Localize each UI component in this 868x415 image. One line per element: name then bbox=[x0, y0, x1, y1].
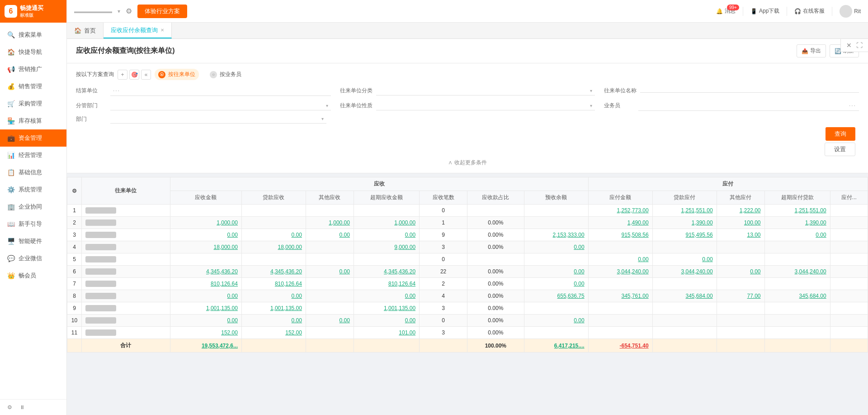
app-download-button[interactable]: 📱 App下载 bbox=[750, 7, 779, 15]
row-ar-count[interactable]: 2 bbox=[420, 278, 467, 290]
row-ap-overdue[interactable]: 1,390.00 bbox=[764, 217, 830, 229]
collapse-scheme-button[interactable]: « bbox=[141, 70, 151, 80]
row-ar-amount[interactable]: 0.00 bbox=[170, 315, 241, 327]
message-button[interactable]: 🔔 消息 99+ bbox=[716, 7, 736, 15]
row-ar-ratio[interactable]: 0.00% bbox=[467, 327, 524, 339]
row-ar-amount[interactable]: 0.00 bbox=[170, 290, 241, 302]
row-ar-count[interactable]: 9 bbox=[420, 229, 467, 241]
row-prepay[interactable]: 0.00 bbox=[524, 266, 588, 278]
row-prepay[interactable]: 2,153,333.00 bbox=[524, 229, 588, 241]
row-ar-overdue[interactable]: 9,000.00 bbox=[354, 241, 419, 253]
collapse-link[interactable]: ⏸ bbox=[19, 404, 25, 410]
row-ar-count[interactable]: 22 bbox=[420, 266, 467, 278]
row-ar-count[interactable]: 3 bbox=[420, 241, 467, 253]
row-ap-amount[interactable]: 3,044,240.00 bbox=[588, 266, 652, 278]
row-ar-other[interactable]: 1,000.00 bbox=[306, 217, 354, 229]
tab-close-icon[interactable]: ✕ bbox=[160, 28, 164, 33]
row-ap-amount[interactable]: 0.00 bbox=[588, 253, 652, 266]
row-ar-count[interactable]: 3 bbox=[420, 302, 467, 315]
maximize-window-button[interactable]: ⛶ bbox=[854, 41, 864, 50]
row-ap-overdue[interactable]: 0.00 bbox=[764, 229, 830, 241]
row-prepay[interactable]: 0.00 bbox=[524, 241, 588, 253]
sidebar-item-enterprise[interactable]: 🏢 企业协同 bbox=[0, 198, 66, 215]
table-settings-icon[interactable]: ⚙ bbox=[72, 188, 77, 194]
sidebar-item-inventory[interactable]: 🏪 库存核算 bbox=[0, 112, 66, 129]
sidebar-item-purchase[interactable]: 🛒 采购管理 bbox=[0, 95, 66, 112]
row-ar-overdue[interactable]: 0.00 bbox=[354, 315, 419, 327]
row-ar-amount[interactable]: 1,000.00 bbox=[170, 217, 241, 229]
row-ar-other[interactable]: 0.00 bbox=[306, 315, 354, 327]
tab-arbalance[interactable]: 应收应付余额查询 ✕ bbox=[104, 23, 172, 38]
dept-manager-input[interactable]: ▾ bbox=[110, 101, 331, 110]
row-ap-overdue[interactable]: 345,684.00 bbox=[764, 290, 830, 302]
row-ap-loan[interactable]: 915,495.56 bbox=[652, 229, 717, 241]
row-ap-other[interactable]: 0.00 bbox=[717, 266, 764, 278]
row-ar-overdue[interactable]: 1,000.00 bbox=[354, 217, 419, 229]
sidebar-item-finance[interactable]: 💼 资金管理 bbox=[0, 129, 66, 147]
export-button[interactable]: 📤 导出 bbox=[797, 44, 826, 57]
sidebar-item-basic[interactable]: 📋 基础信息 bbox=[0, 164, 66, 181]
unit-nature-input[interactable]: ▾ bbox=[376, 101, 595, 110]
settings-button[interactable]: ⚙ bbox=[126, 7, 132, 15]
row-ar-ratio[interactable]: 0.00% bbox=[467, 290, 524, 302]
row-ar-count[interactable]: 1 bbox=[420, 217, 467, 229]
row-ar-loan[interactable]: 0.00 bbox=[241, 229, 306, 241]
row-ar-amount[interactable]: 152.00 bbox=[170, 327, 241, 339]
row-ar-overdue[interactable]: 0.00 bbox=[354, 290, 419, 302]
close-window-button[interactable]: ✕ bbox=[844, 41, 854, 50]
footer-ar-amount[interactable]: 19,553,472,6... bbox=[170, 339, 241, 353]
row-ar-overdue[interactable]: 101.00 bbox=[354, 327, 419, 339]
scheme-option-byunit[interactable]: ⦿ 按往来单位 bbox=[155, 69, 199, 80]
row-ap-other[interactable]: 77.00 bbox=[717, 290, 764, 302]
row-ar-count[interactable]: 4 bbox=[420, 290, 467, 302]
sidebar-item-search[interactable]: 🔍 搜索菜单 bbox=[0, 26, 66, 43]
row-ar-other[interactable]: 0.00 bbox=[306, 229, 354, 241]
row-ar-overdue[interactable]: 4,345,436.20 bbox=[354, 266, 419, 278]
row-ar-amount[interactable]: 1,001,135.00 bbox=[170, 302, 241, 315]
row-ap-loan[interactable]: 3,044,240.00 bbox=[652, 266, 717, 278]
row-ar-other[interactable]: 0.00 bbox=[306, 266, 354, 278]
row-ar-ratio[interactable]: 0.00% bbox=[467, 241, 524, 253]
row-ap-loan[interactable]: 0.00 bbox=[652, 253, 717, 266]
row-ap-loan[interactable]: 345,684.00 bbox=[652, 290, 717, 302]
row-ar-amount[interactable]: 18,000.00 bbox=[170, 241, 241, 253]
row-ap-amount[interactable]: 1,252,773.00 bbox=[588, 205, 652, 217]
user-menu[interactable]: Rit bbox=[840, 5, 861, 18]
row-prepay[interactable]: 655,636.75 bbox=[524, 290, 588, 302]
sidebar-item-system[interactable]: ⚙️ 系统管理 bbox=[0, 181, 66, 198]
row-ap-overdue[interactable]: 3,044,240.00 bbox=[764, 266, 830, 278]
row-ar-overdue[interactable]: 810,126.64 bbox=[354, 278, 419, 290]
row-ar-overdue[interactable]: 0.00 bbox=[354, 229, 419, 241]
footer-ap-amount[interactable]: -654,751.40 bbox=[588, 339, 652, 353]
row-ap-loan[interactable]: 1,251,551.00 bbox=[652, 205, 717, 217]
scheme-option-bysales[interactable]: ○ 按业务员 bbox=[206, 69, 245, 80]
row-ap-loan[interactable]: 1,390.00 bbox=[652, 217, 717, 229]
trial-button[interactable]: 体验行业方案 bbox=[137, 5, 187, 18]
chevron-down-icon[interactable]: ▾ bbox=[118, 8, 120, 14]
tab-home[interactable]: 🏠 首页 bbox=[67, 23, 104, 38]
unit-name-input[interactable] bbox=[640, 89, 859, 93]
row-ap-amount[interactable]: 345,761.00 bbox=[588, 290, 652, 302]
row-ar-loan[interactable]: 1,001,135.00 bbox=[241, 302, 306, 315]
row-ar-loan[interactable]: 0.00 bbox=[241, 315, 306, 327]
row-ar-ratio[interactable]: 0.00% bbox=[467, 315, 524, 327]
row-ap-overdue[interactable]: 1,251,551.00 bbox=[764, 205, 830, 217]
row-ap-amount[interactable]: 1,490.00 bbox=[588, 217, 652, 229]
sidebar-item-wechat[interactable]: 💬 企业微信 bbox=[0, 250, 66, 267]
row-ar-count[interactable]: 0 bbox=[420, 205, 467, 217]
online-service-button[interactable]: 🎧 在线客服 bbox=[794, 7, 825, 15]
row-ar-ratio[interactable]: 0.00% bbox=[467, 278, 524, 290]
sidebar-item-marketing[interactable]: 📢 营销推广 bbox=[0, 61, 66, 78]
row-ap-other[interactable]: 13.00 bbox=[717, 229, 764, 241]
row-ar-loan[interactable]: 810,126.64 bbox=[241, 278, 306, 290]
row-ap-other[interactable]: 1,222.00 bbox=[717, 205, 764, 217]
row-prepay[interactable]: 0.00 bbox=[524, 278, 588, 290]
row-ar-loan[interactable]: 0.00 bbox=[241, 290, 306, 302]
sidebar-item-member[interactable]: 👑 畅会员 bbox=[0, 267, 66, 284]
sidebar-item-quicknav[interactable]: 🏠 快捷导航 bbox=[0, 43, 66, 61]
row-ar-loan[interactable]: 152.00 bbox=[241, 327, 306, 339]
row-ap-other[interactable]: 100.00 bbox=[717, 217, 764, 229]
sidebar-item-hardware[interactable]: 🖥️ 智能硬件 bbox=[0, 233, 66, 250]
row-ar-ratio[interactable]: 0.00% bbox=[467, 217, 524, 229]
salesman-input[interactable]: ··· bbox=[638, 100, 859, 111]
